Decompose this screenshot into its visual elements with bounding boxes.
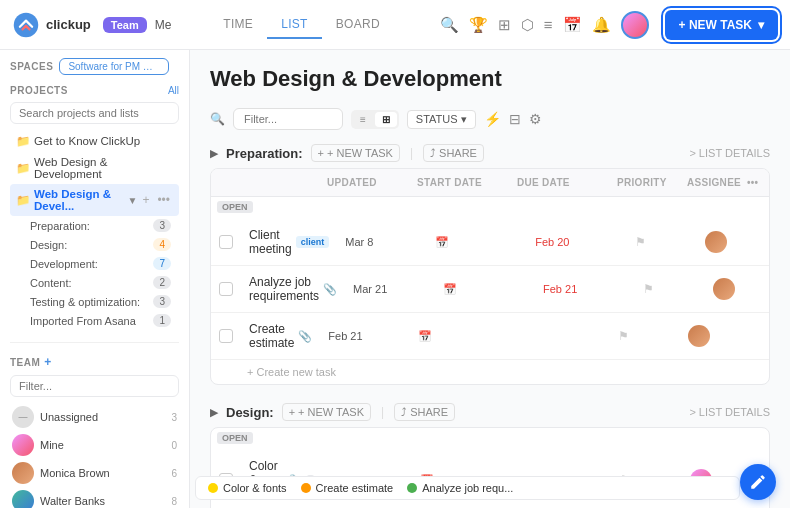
new-task-section-btn[interactable]: + + NEW TASK — [282, 403, 371, 421]
team-badge[interactable]: Team — [103, 17, 147, 33]
calendar-icon: 📅 — [443, 283, 457, 296]
tab-list[interactable]: LIST — [267, 11, 322, 39]
task-more — [757, 238, 770, 246]
member-count: 6 — [171, 468, 177, 479]
me-label[interactable]: Me — [155, 18, 172, 32]
trophy-icon[interactable]: 🏆 — [469, 16, 488, 34]
member-name: Walter Banks — [40, 495, 165, 507]
filter-input[interactable] — [233, 108, 343, 130]
divider: | — [410, 146, 413, 160]
section-chevron-icon[interactable]: ▶ — [210, 406, 218, 419]
legend-label-1: Color & fonts — [223, 482, 287, 494]
preparation-task-table: UPDATED START DATE DUE DATE PRIORITY ASS… — [210, 168, 770, 385]
team-header: TEAM + — [10, 355, 179, 369]
due-date-value: Feb 21 — [543, 283, 577, 295]
flag-icon: ⚑ — [635, 235, 646, 249]
bottom-legend-bar: Color & fonts Create estimate Analyze jo… — [195, 476, 740, 500]
tab-time[interactable]: TIME — [209, 11, 267, 39]
legend-label-2: Create estimate — [316, 482, 394, 494]
projects-all-link[interactable]: All — [168, 85, 179, 96]
table-row[interactable]: Create estimate 📎 Feb 21 📅 ⚑ — [211, 313, 769, 360]
sidebar-item-get-to-know[interactable]: 📁 Get to Know ClickUp — [10, 130, 179, 152]
user-avatar[interactable] — [621, 11, 649, 39]
sidebar-subitem-preparation[interactable]: Preparation: 3 — [10, 216, 179, 235]
sidebar-subitem-testing[interactable]: Testing & optimization: 3 — [10, 292, 179, 311]
spaces-header: SPACES Software for PM Gang's Sp... — [0, 50, 189, 79]
sidebar-item-web-design-dev[interactable]: 📁 Web Design & Devel... ▼ + ••• — [10, 184, 179, 216]
list-details-link[interactable]: > LIST DETAILS — [689, 406, 770, 418]
new-task-section-btn[interactable]: + + NEW TASK — [311, 144, 400, 162]
table-header: UPDATED START DATE DUE DATE PRIORITY ASS… — [211, 169, 769, 197]
plus-icon: + — [289, 406, 295, 418]
task-name-cell: Analyze job requirements 📎 — [241, 271, 345, 307]
section-header-design: ▶ Design: + + NEW TASK | ⤴ SHARE > LIST … — [210, 403, 770, 421]
clickup-logo-icon — [12, 11, 40, 39]
columns-icon[interactable]: ⊟ — [509, 111, 521, 127]
nav-tabs: TIME LIST BOARD — [209, 11, 394, 39]
task-due — [510, 332, 610, 340]
task-checkbox[interactable] — [219, 282, 233, 296]
member-avatar — [12, 490, 34, 508]
toggle-list[interactable]: ≡ — [353, 112, 373, 127]
sub-label: Testing & optimization: — [30, 296, 140, 308]
project-label: Get to Know ClickUp — [34, 135, 140, 147]
th-assignee: ASSIGNEE — [679, 174, 739, 191]
top-navigation: clickup Team Me TIME LIST BOARD 🔍 🏆 ⊞ ⬡ … — [0, 0, 790, 50]
search-projects-input[interactable] — [10, 102, 179, 124]
tab-board[interactable]: BOARD — [322, 11, 394, 39]
legend-item-1: Color & fonts — [208, 482, 287, 494]
share-section-btn[interactable]: ⤴ SHARE — [394, 403, 455, 421]
task-checkbox-cell — [211, 325, 241, 347]
divider: | — [381, 405, 384, 419]
task-checkbox[interactable] — [219, 235, 233, 249]
status-button[interactable]: STATUS ▾ — [407, 110, 476, 129]
new-task-label: + NEW TASK — [679, 18, 752, 32]
sidebar-subitem-content[interactable]: Content: 2 — [10, 273, 179, 292]
more-project-btn[interactable]: ••• — [154, 192, 173, 208]
bell-icon[interactable]: 🔔 — [592, 16, 611, 34]
chart-icon[interactable]: ≡ — [544, 16, 553, 33]
share-section-btn[interactable]: ⤴ SHARE — [423, 144, 484, 162]
fab-button[interactable] — [740, 464, 776, 500]
toggle-grid[interactable]: ⊞ — [375, 112, 397, 127]
new-task-label: + NEW TASK — [298, 406, 364, 418]
sidebar-subitem-asana[interactable]: Imported From Asana 1 — [10, 311, 179, 330]
task-checkbox[interactable] — [219, 329, 233, 343]
app-name: clickup — [46, 17, 91, 32]
space-chip[interactable]: Software for PM Gang's Sp... — [59, 58, 169, 75]
table-row[interactable]: Client meeting client Mar 8 📅 Feb 20 ⚑ — [211, 219, 769, 266]
new-task-button[interactable]: + NEW TASK ▾ — [665, 10, 778, 40]
search-icon[interactable]: 🔍 — [440, 16, 459, 34]
member-mine[interactable]: Mine 0 — [10, 431, 179, 459]
section-chevron-icon[interactable]: ▶ — [210, 147, 218, 160]
member-unassigned[interactable]: — Unassigned 3 — [10, 403, 179, 431]
add-project-btn[interactable]: + — [139, 192, 152, 208]
cube-icon[interactable]: ⬡ — [521, 16, 534, 34]
projects-header: PROJECTS All — [10, 85, 179, 96]
task-assignee — [705, 274, 765, 304]
table-row[interactable]: Analyze job requirements 📎 Mar 21 📅 Feb … — [211, 266, 769, 313]
list-details-link[interactable]: > LIST DETAILS — [689, 147, 770, 159]
member-avatar — [12, 434, 34, 456]
task-tag: client — [296, 236, 330, 248]
sub-label: Preparation: — [30, 220, 90, 232]
sidebar-subitem-development[interactable]: Development: 7 — [10, 254, 179, 273]
member-name: Unassigned — [40, 411, 165, 423]
member-walter[interactable]: Walter Banks 8 — [10, 487, 179, 508]
sub-label: Development: — [30, 258, 98, 270]
task-more — [740, 332, 770, 340]
filter-icon[interactable]: ⚡ — [484, 111, 501, 127]
team-add-btn[interactable]: + — [44, 355, 52, 369]
team-label: TEAM — [10, 357, 40, 368]
chevron-down-icon: ▾ — [461, 113, 467, 126]
settings-icon[interactable]: ⚙ — [529, 111, 542, 127]
calendar-icon: 📅 — [435, 236, 449, 249]
calendar-icon[interactable]: 📅 — [563, 16, 582, 34]
status-label: STATUS — [416, 113, 458, 125]
sidebar-subitem-design[interactable]: Design: 4 — [10, 235, 179, 254]
team-filter-input[interactable] — [10, 375, 179, 397]
layout-icon[interactable]: ⊞ — [498, 16, 511, 34]
sidebar-item-web-design[interactable]: 📁 Web Design & Development — [10, 152, 179, 184]
member-monica[interactable]: Monica Brown 6 — [10, 459, 179, 487]
create-task-row[interactable]: + Create new task — [211, 360, 769, 384]
